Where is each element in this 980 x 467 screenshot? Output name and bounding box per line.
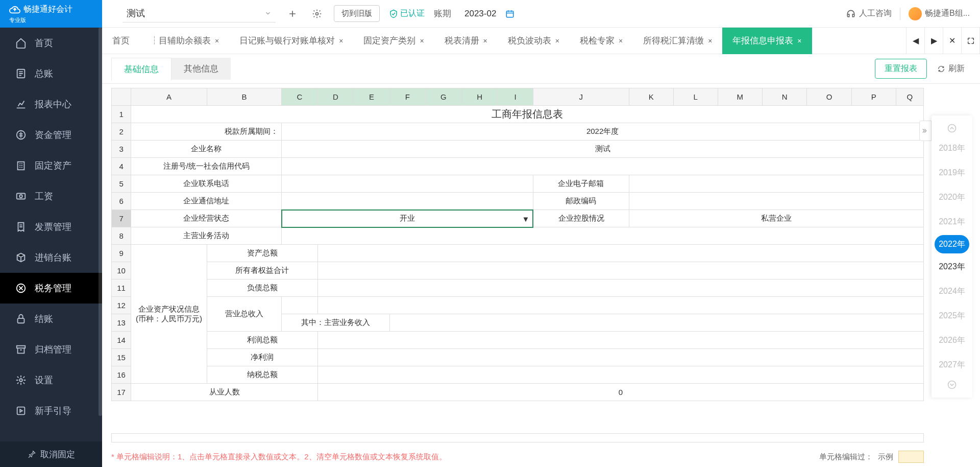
- close-icon[interactable]: ×: [619, 37, 623, 45]
- cell[interactable]: [317, 245, 923, 262]
- row-header[interactable]: 9: [112, 245, 131, 262]
- cell[interactable]: 所有者权益合计: [207, 262, 317, 279]
- year-option[interactable]: 2019年: [932, 160, 972, 185]
- sidebar-item-tax[interactable]: 税务管理: [0, 273, 102, 303]
- account-selector[interactable]: 测试: [122, 5, 276, 22]
- year-option[interactable]: 2020年: [932, 185, 972, 209]
- sidebar-item-assets[interactable]: 固定资产: [0, 150, 102, 181]
- year-option[interactable]: 2026年: [932, 328, 972, 353]
- cell[interactable]: 其中：主营业务收入: [282, 314, 390, 332]
- col-header[interactable]: A: [131, 88, 207, 106]
- sidebar-item-archive[interactable]: 归档管理: [0, 334, 102, 365]
- col-header[interactable]: P: [851, 88, 896, 106]
- col-header[interactable]: G: [426, 88, 462, 106]
- sidebar-item-invoice[interactable]: 发票管理: [0, 212, 102, 242]
- sidebar-item-guide[interactable]: 新手引导: [0, 395, 102, 426]
- selected-cell-dropdown[interactable]: 开业▼: [282, 210, 533, 227]
- period-value[interactable]: 2023-02: [464, 9, 496, 19]
- cell[interactable]: 从业人数: [131, 384, 317, 401]
- row-header[interactable]: 1: [112, 106, 131, 123]
- row-header[interactable]: 5: [112, 175, 131, 193]
- cell[interactable]: [317, 349, 923, 366]
- cell[interactable]: 0: [317, 384, 923, 401]
- row-header[interactable]: 14: [112, 332, 131, 349]
- col-header[interactable]: D: [317, 88, 354, 106]
- tab-tax-list[interactable]: 税表清册×: [434, 28, 498, 54]
- row-header[interactable]: 16: [112, 366, 131, 384]
- tab-balance[interactable]: ┆目辅助余额表×: [140, 28, 229, 54]
- cell[interactable]: 利润总额: [207, 332, 317, 349]
- sidebar-item-home[interactable]: 首页: [0, 28, 102, 58]
- col-header[interactable]: J: [533, 88, 629, 106]
- consult-button[interactable]: 人工咨询: [846, 8, 892, 19]
- refresh-button[interactable]: 刷新: [937, 63, 965, 74]
- settings-icon-button[interactable]: [309, 6, 325, 21]
- row-header[interactable]: 7: [112, 210, 131, 227]
- cell[interactable]: [282, 193, 533, 210]
- dropdown-arrow-icon[interactable]: ▼: [522, 215, 529, 223]
- col-header[interactable]: B: [207, 88, 281, 106]
- cell[interactable]: [282, 297, 318, 314]
- year-option[interactable]: 2025年: [932, 303, 972, 328]
- horizontal-scrollbar[interactable]: [111, 433, 924, 442]
- cell[interactable]: [629, 193, 923, 210]
- sub-tab-other[interactable]: 其他信息: [172, 58, 231, 80]
- tab-bank-rec[interactable]: 日记账与银行对账单核对×: [229, 28, 353, 54]
- col-header[interactable]: E: [354, 88, 389, 106]
- year-option[interactable]: 2021年: [932, 209, 972, 234]
- year-scroll-down[interactable]: [932, 377, 972, 392]
- col-header[interactable]: C: [282, 88, 318, 106]
- cell[interactable]: 资产总额: [207, 245, 317, 262]
- cell[interactable]: 邮政编码: [533, 193, 629, 210]
- row-header[interactable]: 8: [112, 227, 131, 245]
- row-header[interactable]: 15: [112, 349, 131, 366]
- cell[interactable]: [629, 175, 923, 193]
- cell[interactable]: 企业控股情况: [533, 210, 629, 227]
- year-option[interactable]: 2023年: [932, 254, 972, 279]
- sidebar-item-reports[interactable]: 报表中心: [0, 89, 102, 120]
- cell[interactable]: 企业名称: [131, 141, 282, 158]
- reset-report-button[interactable]: 重置报表: [875, 59, 927, 79]
- cell[interactable]: 营业总收入: [207, 297, 281, 332]
- row-header[interactable]: 17: [112, 384, 131, 401]
- cell[interactable]: 注册号/统一社会信用代码: [131, 158, 282, 175]
- sidebar-item-funds[interactable]: 资金管理: [0, 120, 102, 150]
- col-header[interactable]: O: [807, 88, 851, 106]
- tab-next-button[interactable]: ▶: [925, 28, 943, 54]
- tab-home[interactable]: 首页: [102, 28, 140, 54]
- col-header[interactable]: F: [389, 88, 425, 106]
- col-header[interactable]: L: [673, 88, 718, 106]
- row-header[interactable]: 10: [112, 262, 131, 279]
- close-icon[interactable]: ×: [339, 37, 343, 45]
- sidebar-item-ledger[interactable]: 总账: [0, 58, 102, 89]
- tab-tax-fluct[interactable]: 税负波动表×: [498, 28, 570, 54]
- col-header[interactable]: H: [461, 88, 498, 106]
- cell[interactable]: [389, 314, 923, 332]
- sidebar-item-settings[interactable]: 设置: [0, 365, 102, 395]
- sidebar-item-salary[interactable]: 工资: [0, 181, 102, 212]
- sidebar-scrollbar[interactable]: [99, 28, 102, 447]
- cell[interactable]: [282, 227, 924, 245]
- sidebar-item-closing[interactable]: 结账: [0, 303, 102, 334]
- col-header[interactable]: K: [629, 88, 673, 106]
- cell[interactable]: 主营业务活动: [131, 227, 282, 245]
- cell[interactable]: 企业联系电话: [131, 175, 282, 193]
- cell[interactable]: 测试: [282, 141, 924, 158]
- col-header[interactable]: I: [498, 88, 533, 106]
- cell[interactable]: 企业电子邮箱: [533, 175, 629, 193]
- cell[interactable]: 纳税总额: [207, 366, 317, 384]
- cell[interactable]: 负债总额: [207, 279, 317, 297]
- sheet-title[interactable]: 工商年报信息表: [131, 106, 924, 123]
- row-header[interactable]: 6: [112, 193, 131, 210]
- row-header[interactable]: 11: [112, 279, 131, 297]
- tab-prev-button[interactable]: ◀: [906, 28, 925, 54]
- tab-tax-expert[interactable]: 税检专家×: [570, 28, 633, 54]
- unpin-button[interactable]: 取消固定: [0, 441, 102, 467]
- col-header[interactable]: N: [763, 88, 807, 106]
- cell[interactable]: [317, 262, 923, 279]
- close-icon[interactable]: ×: [555, 37, 559, 45]
- switch-old-version-button[interactable]: 切到旧版: [334, 5, 380, 22]
- sub-tab-basic[interactable]: 基础信息: [111, 58, 172, 81]
- cell[interactable]: [317, 366, 923, 384]
- cell[interactable]: 企业资产状况信息(币种：人民币万元): [131, 245, 207, 384]
